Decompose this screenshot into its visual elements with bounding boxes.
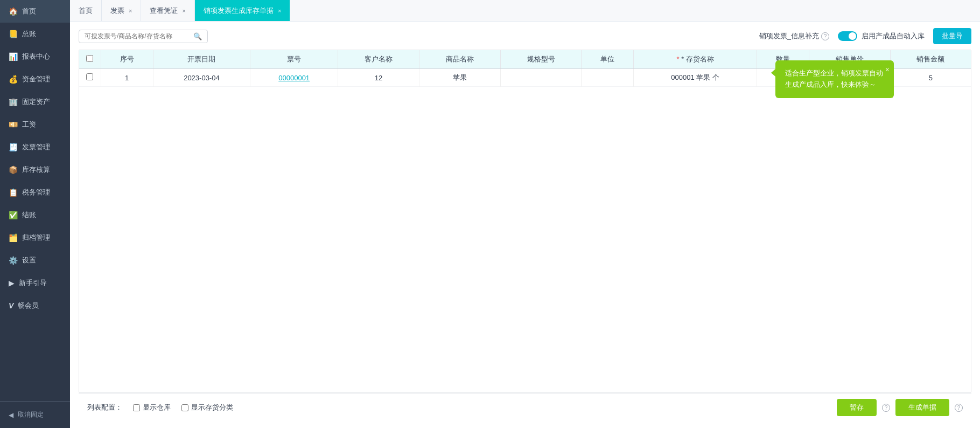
pin-icon: ◀ [9, 411, 13, 419]
tab-sales-invoice-label: 销项发票生成库存单据 [204, 6, 274, 16]
col-inventory: * * 存货名称 [634, 50, 757, 69]
sidebar-item-label: 新手引导 [19, 278, 47, 288]
show-warehouse-label: 显示仓库 [143, 403, 171, 412]
info-icon[interactable]: ? [821, 32, 829, 40]
info-label-text: 销项发票_信息补充 [759, 31, 819, 41]
main-area: 首页 发票 × 查看凭证 × 销项发票生成库存单据 × 🔍 销项发票_信息补充 [70, 0, 980, 428]
row-date: 2023-03-04 [153, 69, 250, 87]
row-checkbox[interactable] [86, 73, 93, 80]
show-warehouse-input[interactable] [133, 404, 140, 411]
tab-invoice-label: 发票 [110, 6, 124, 16]
tab-home[interactable]: 首页 [70, 0, 102, 21]
invoice-link[interactable]: 00000001 [278, 74, 310, 82]
sidebar-item-fixed-assets[interactable]: 🏢 固定资产 [0, 91, 70, 113]
sidebar-item-closing[interactable]: ✅ 结账 [0, 204, 70, 226]
settings-icon: ⚙️ [9, 256, 18, 265]
search-box[interactable]: 🔍 [79, 30, 208, 43]
row-product: 苹果 [419, 69, 500, 87]
list-config-label: 列表配置： [87, 403, 122, 412]
sidebar: 🏠 首页 📒 总账 📊 报表中心 💰 资金管理 🏢 固定资产 💴 工资 🧾 发票… [0, 0, 70, 428]
col-customer: 客户名称 [338, 50, 419, 69]
generate-button[interactable]: 生成单据 [895, 399, 949, 416]
sidebar-item-guide[interactable]: ▶ 新手引导 [0, 272, 70, 294]
funds-icon: 💰 [9, 75, 18, 84]
sidebar-item-label: 首页 [22, 6, 36, 16]
sidebar-item-label: 总账 [22, 29, 36, 39]
col-amount: 销售金额 [890, 50, 971, 69]
sidebar-item-tax[interactable]: 📋 税务管理 [0, 181, 70, 204]
search-input[interactable] [85, 32, 190, 40]
show-category-input[interactable] [181, 404, 188, 411]
row-seq: 1 [101, 69, 153, 87]
sidebar-item-label: 报表中心 [22, 52, 50, 61]
col-spec: 规格型号 [500, 50, 582, 69]
toggle-area: 启用产成品自动入库 [838, 31, 925, 41]
col-unit: 单位 [582, 50, 634, 69]
sidebar-item-reports[interactable]: 📊 报表中心 [0, 45, 70, 68]
sidebar-item-invoice[interactable]: 🧾 发票管理 [0, 136, 70, 158]
col-invoice-no: 票号 [250, 50, 338, 69]
sidebar-item-label: 归档管理 [22, 233, 50, 243]
sidebar-item-salary[interactable]: 💴 工资 [0, 113, 70, 136]
data-table-wrap: 序号 开票日期 票号 客户名称 商品名称 规格型号 单位 * * 存货名称 数量… [79, 50, 971, 393]
tab-voucher-label: 查看凭证 [150, 6, 178, 16]
sidebar-item-label: 畅会员 [18, 301, 39, 310]
sidebar-item-settings[interactable]: ⚙️ 设置 [0, 249, 70, 272]
archive-icon: 🗂️ [9, 233, 18, 242]
sidebar-item-ledger[interactable]: 📒 总账 [0, 23, 70, 45]
fixed-assets-icon: 🏢 [9, 98, 18, 106]
ledger-icon: 📒 [9, 30, 18, 38]
tab-invoice[interactable]: 发票 × [102, 0, 141, 21]
batch-button[interactable]: 批量导 [933, 28, 971, 44]
tab-sales-invoice-close[interactable]: × [278, 8, 281, 14]
tab-invoice-close[interactable]: × [129, 8, 132, 14]
sidebar-item-funds[interactable]: 💰 资金管理 [0, 68, 70, 91]
select-all-checkbox[interactable] [86, 55, 93, 62]
inventory-icon: 📦 [9, 165, 18, 174]
sidebar-item-member[interactable]: V 畅会员 [0, 294, 70, 317]
unpin-button[interactable]: ◀ 取消固定 [0, 406, 70, 424]
sidebar-item-label: 固定资产 [22, 97, 50, 107]
save-help-icon[interactable]: ? [882, 404, 890, 412]
reports-icon: 📊 [9, 52, 18, 61]
sidebar-bottom: ◀ 取消固定 [0, 401, 70, 428]
tab-voucher[interactable]: 查看凭证 × [141, 0, 194, 21]
unpin-label: 取消固定 [18, 410, 44, 419]
tab-voucher-close[interactable]: × [182, 8, 185, 14]
row-checkbox-cell[interactable] [79, 69, 101, 87]
row-invoice-no[interactable]: 00000001 [250, 69, 338, 87]
sidebar-item-home[interactable]: 🏠 首页 [0, 0, 70, 23]
show-category-label: 显示存货分类 [191, 403, 233, 412]
tab-sales-invoice[interactable]: 销项发票生成库存单据 × [195, 0, 290, 21]
sidebar-item-label: 工资 [22, 120, 36, 129]
tax-icon: 📋 [9, 188, 18, 197]
page-content: 🔍 销项发票_信息补充 ? 启用产成品自动入库 批量导 [70, 22, 980, 428]
toolbar-row: 🔍 销项发票_信息补充 ? 启用产成品自动入库 批量导 [79, 28, 971, 44]
tooltip-close-button[interactable]: × [885, 64, 890, 75]
info-label: 销项发票_信息补充 ? [759, 31, 829, 41]
col-checkbox[interactable] [79, 50, 101, 69]
generate-help-icon[interactable]: ? [955, 404, 963, 412]
bottom-actions: 暂存 ? 生成单据 ? [837, 399, 963, 416]
show-warehouse-checkbox[interactable]: 显示仓库 [133, 403, 171, 412]
auto-warehouse-toggle[interactable] [838, 31, 857, 41]
tab-bar: 首页 发票 × 查看凭证 × 销项发票生成库存单据 × [70, 0, 980, 22]
sidebar-item-archive[interactable]: 🗂️ 归档管理 [0, 226, 70, 249]
sidebar-item-label: 设置 [22, 256, 36, 265]
guide-icon: ▶ [9, 279, 15, 287]
sidebar-item-label: 库存核算 [22, 165, 50, 175]
show-category-checkbox[interactable]: 显示存货分类 [181, 403, 233, 412]
row-customer: 12 [338, 69, 419, 87]
tab-home-label: 首页 [79, 6, 93, 16]
row-spec [500, 69, 582, 87]
sidebar-item-inventory[interactable]: 📦 库存核算 [0, 158, 70, 181]
member-icon: V [9, 301, 13, 310]
col-date: 开票日期 [153, 50, 250, 69]
bottom-bar: 列表配置： 显示仓库 显示存货分类 暂存 ? 生成单据 ? [79, 393, 971, 422]
save-button[interactable]: 暂存 [837, 399, 877, 416]
sidebar-item-label: 税务管理 [22, 188, 50, 197]
sidebar-item-label: 资金管理 [22, 74, 50, 84]
tooltip-popup: × 适合生产型企业，销项发票自动生成产成品入库，快来体验～ [775, 60, 894, 98]
toggle-label: 启用产成品自动入库 [862, 31, 925, 41]
col-seq: 序号 [101, 50, 153, 69]
